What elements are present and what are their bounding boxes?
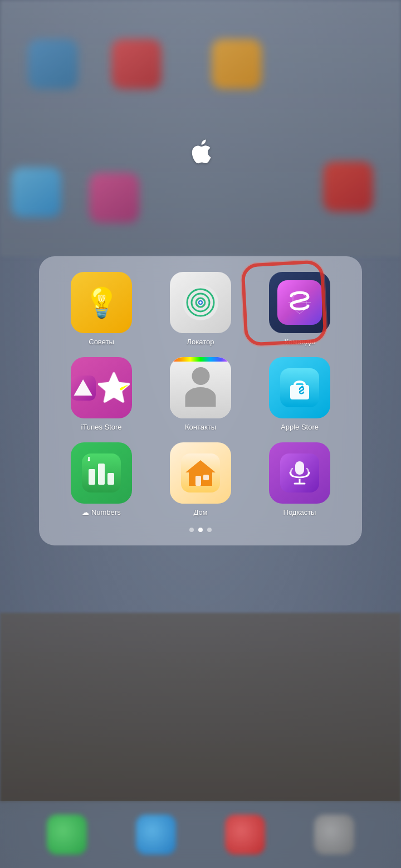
app-locator[interactable]: Локатор [154,272,247,346]
svg-rect-13 [98,464,105,485]
appstore-icon [269,357,330,418]
tips-icon [71,272,132,333]
tips-label: Советы [89,338,114,346]
locator-icon [170,272,231,333]
svg-text:⬇: ⬇ [86,456,91,462]
app-podcasts[interactable]: Подкасты [253,442,346,516]
contacts-label: Контакты [185,423,216,431]
dock-app-4[interactable] [314,815,354,855]
svg-rect-14 [107,473,114,485]
app-appstore[interactable]: Apple Store [253,357,346,431]
dock [0,801,401,868]
app-contacts[interactable]: Контакты [154,357,247,431]
shortcuts-label: Команды [284,338,315,346]
svg-rect-21 [295,461,304,475]
numbers-icon: ⬇ [71,442,132,504]
locator-label: Локатор [187,338,214,346]
svg-rect-18 [195,476,201,486]
svg-rect-19 [203,475,209,480]
app-tips[interactable]: Советы [55,272,148,346]
contacts-icon [170,357,231,418]
svg-rect-12 [89,469,95,485]
podcasts-label: Подкасты [283,508,316,516]
dot-3[interactable] [207,528,212,532]
apple-logo [189,138,212,170]
page-indicators [55,528,346,532]
home-label: Дом [193,508,207,516]
dot-1[interactable] [189,528,194,532]
itunes-icon [71,357,132,418]
podcasts-icon [269,442,330,504]
dock-app-2[interactable] [136,815,176,855]
app-numbers[interactable]: ⬇ ☁ Numbers [55,442,148,516]
app-shortcuts[interactable]: Команды [253,272,346,346]
numbers-label: ☁ Numbers [82,508,120,516]
appstore-label: Apple Store [281,423,319,431]
app-home[interactable]: Дом [154,442,247,516]
app-grid: Советы Локатор [55,272,346,516]
app-itunes[interactable]: iTunes Store [55,357,148,431]
dock-app-3[interactable] [225,815,265,855]
bg-bottom [0,613,401,802]
folder-card: Советы Локатор [39,256,362,545]
dock-app-1[interactable] [47,815,87,855]
dot-2[interactable] [198,528,203,532]
shortcuts-icon [269,272,330,333]
home-icon [170,442,231,504]
svg-point-5 [199,301,202,304]
itunes-label: iTunes Store [81,423,121,431]
